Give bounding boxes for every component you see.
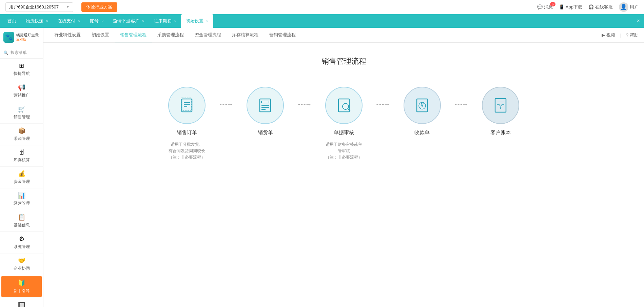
sub-tab-purchase-flow[interactable]: 采购管理流程 [152, 28, 189, 42]
svg-rect-6 [261, 101, 269, 103]
flow-circle-invoice[interactable] [247, 87, 284, 124]
tab-invite[interactable]: 邀请下游客户 × [108, 14, 149, 28]
tab-history[interactable]: 往来期初 × [149, 14, 181, 28]
sidebar-item-marketing-promo[interactable]: 📢 营销推广 [0, 80, 43, 102]
tab-init[interactable]: 初始设置 × [181, 14, 213, 28]
logo-text: 畅捷通好生意 标准版 [16, 33, 39, 42]
tab-init-close[interactable]: × [206, 19, 208, 23]
main-layout: 🐾 畅捷通好生意 标准版 🔍 搜索菜单 ⊞ 快捷导航 📢 营销推广 🛒 销售管理… [0, 28, 644, 307]
quick-nav-label: 快捷导航 [14, 71, 30, 77]
tab-payment-label: 在线支付 [58, 18, 75, 24]
sub-tab-marketing-flow-label: 营销管理流程 [269, 32, 296, 38]
sub-tab-inventory-flow-label: 库存核算流程 [232, 32, 258, 38]
help-icon: ? [626, 33, 628, 38]
tab-home[interactable]: 首页 [3, 14, 21, 28]
sidebar: 🐾 畅捷通好生意 标准版 🔍 搜索菜单 ⊞ 快捷导航 📢 营销推广 🛒 销售管理… [0, 28, 43, 307]
flow-circle-audit[interactable] [325, 87, 363, 124]
flow-arrow-4: - - -→ [455, 87, 468, 108]
sub-tab-sales-flow-label: 销售管理流程 [120, 32, 147, 38]
online-service-button[interactable]: 🎧 在线客服 [588, 4, 613, 10]
top-header: 用户690企业1660120507 ▼ 体验行业方案 💬 消息 6 📱 App下… [0, 0, 644, 14]
message-icon: 💬 [537, 4, 543, 9]
sidebar-item-basic-info[interactable]: 📋 基础信息 [0, 210, 43, 232]
enterprise-collab-label: 企业协同 [14, 266, 30, 271]
flow-step-receipt: ¥ 收款单 [392, 87, 453, 141]
tab-logistics[interactable]: 物流快递 × [21, 14, 53, 28]
tab-logistics-close[interactable]: × [46, 19, 48, 23]
app-download-label: App下载 [566, 4, 582, 10]
video-icon: ▶ [602, 33, 605, 38]
flow-diagram: 销售订单 适用于分批发货、 有合同发货周期较长 （注：非必要流程） - - -→ [64, 87, 624, 161]
user-name-label: 用户 [630, 4, 639, 10]
system-mgmt-label: 系统管理 [14, 244, 30, 250]
trial-button[interactable]: 体验行业方案 [81, 2, 117, 12]
flow-arrow-1: - - -→ [219, 87, 233, 108]
flow-step-customer-account: ¥ 客户账本 [470, 87, 531, 141]
sub-tab-sales-flow[interactable]: 销售管理流程 [115, 28, 152, 42]
quick-nav-icon: ⊞ [19, 62, 24, 69]
finance-mgmt-label: 资金管理 [14, 179, 30, 185]
sidebar-item-quick-nav[interactable]: ⊞ 快捷导航 [0, 59, 43, 80]
tab-account[interactable]: 账号 × [85, 14, 108, 28]
tab-payment-close[interactable]: × [78, 19, 80, 23]
sub-tab-finance-flow-label: 资金管理流程 [195, 32, 221, 38]
tab-history-close[interactable]: × [174, 19, 176, 23]
customer-account-icon: ¥ [492, 97, 509, 114]
svg-rect-0 [182, 99, 192, 112]
sub-tab-init[interactable]: 初始设置 [86, 28, 115, 42]
tab-history-label: 往来期初 [154, 18, 172, 24]
nav-tabs: 首页 物流快递 × 在线支付 × 账号 × 邀请下游客户 × 往来期初 × 初始… [0, 14, 644, 28]
online-service-label: 在线客服 [595, 4, 613, 10]
svg-rect-10 [338, 99, 349, 112]
user-avatar[interactable]: 👤 用户 [619, 2, 639, 12]
help-button[interactable]: ? 帮助 [626, 32, 639, 38]
ops-mgmt-label: 经营管理 [14, 201, 30, 206]
inventory-label: 库存核算 [14, 157, 30, 163]
divider: | [620, 33, 621, 38]
page-content: 销售管理流程 销售订单 适用于分批 [43, 43, 644, 307]
purchase-mgmt-label: 采购管理 [14, 136, 30, 142]
sidebar-item-ops-mgmt[interactable]: 📊 经营管理 [0, 188, 43, 210]
tab-account-close[interactable]: × [101, 19, 103, 23]
invoice-icon [257, 97, 274, 114]
sub-tabs-right: ▶ 视频 | ? 帮助 [602, 32, 639, 38]
nav-close-all-button[interactable]: × [637, 18, 640, 24]
flow-circle-sales-order[interactable] [168, 87, 206, 124]
sub-tab-marketing-flow[interactable]: 营销管理流程 [264, 28, 301, 42]
user-selector[interactable]: 用户690企业1660120507 ▼ [5, 2, 73, 12]
sub-tab-inventory-flow[interactable]: 库存核算流程 [227, 28, 264, 42]
purchase-mgmt-icon: 📦 [18, 127, 25, 135]
sidebar-item-sales-mgmt[interactable]: 🛒 销售管理 [0, 102, 43, 124]
flow-step-audit-desc: 适用于财务审核或主 管审核 （注：非必要流程） [326, 141, 362, 161]
finance-mgmt-icon: 💰 [18, 170, 25, 178]
sidebar-item-app-center[interactable]: 🔲 应用中心 [0, 298, 43, 307]
sidebar-item-enterprise-collab[interactable]: 🤝 企业协同 [0, 253, 43, 275]
message-button[interactable]: 💬 消息 6 [537, 4, 553, 10]
app-download-button[interactable]: 📱 App下载 [559, 4, 582, 10]
sidebar-item-new-guide[interactable]: 🔰 新手引导 [1, 276, 42, 298]
content-area: 行业特性设置 初始设置 销售管理流程 采购管理流程 资金管理流程 库存核算流程 [43, 28, 644, 307]
flow-circle-receipt[interactable]: ¥ [404, 87, 441, 124]
sales-mgmt-label: 销售管理 [14, 114, 30, 120]
download-icon: 📱 [559, 4, 564, 9]
sidebar-item-purchase-mgmt[interactable]: 📦 采购管理 [0, 124, 43, 145]
sidebar-item-inventory[interactable]: 🗄 库存核算 [0, 145, 43, 167]
sub-tab-industry[interactable]: 行业特性设置 [49, 28, 86, 42]
logo-name: 畅捷通好生意 [16, 33, 39, 37]
user-label: 用户690企业1660120507 [9, 4, 59, 10]
sidebar-search[interactable]: 🔍 搜索菜单 [0, 47, 43, 59]
flow-circle-customer-account[interactable]: ¥ [482, 87, 519, 124]
flow-step-customer-account-title: 客户账本 [490, 129, 511, 136]
sub-tab-finance-flow[interactable]: 资金管理流程 [189, 28, 227, 42]
tab-account-label: 账号 [90, 18, 99, 24]
video-help-button[interactable]: ▶ 视频 [602, 32, 615, 38]
sub-tab-purchase-flow-label: 采购管理流程 [157, 32, 184, 38]
audit-icon [335, 97, 352, 114]
sidebar-item-system-mgmt[interactable]: ⚙ 系统管理 [0, 232, 43, 253]
tab-invite-close[interactable]: × [142, 19, 144, 23]
sidebar-item-finance-mgmt[interactable]: 💰 资金管理 [0, 167, 43, 188]
tab-payment[interactable]: 在线支付 × [53, 14, 85, 28]
message-badge: 6 [550, 2, 555, 6]
inventory-icon: 🗄 [19, 149, 25, 156]
service-icon: 🎧 [588, 4, 594, 9]
